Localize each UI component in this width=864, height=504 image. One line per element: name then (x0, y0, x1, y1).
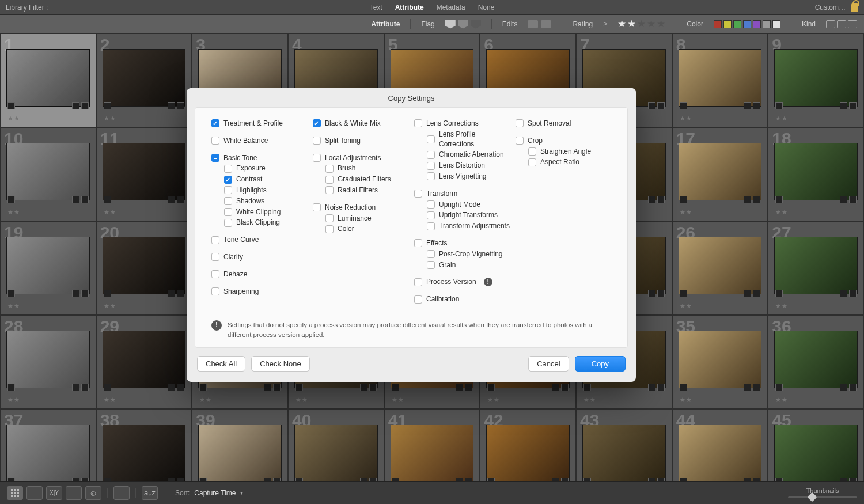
checkbox-black-clipping[interactable] (224, 219, 232, 227)
checkbox-label: Exposure (236, 164, 266, 173)
checkbox-label: White Clipping (236, 207, 281, 217)
check-none-button[interactable]: Check None (251, 356, 310, 372)
checkbox-label: Tone Curve (223, 235, 259, 245)
checkbox-upright-transforms[interactable] (427, 211, 435, 219)
checkbox-noise-reduction[interactable] (313, 203, 321, 211)
checkbox-label: Post-Crop Vignetting (439, 249, 503, 259)
checkbox-straighten-angle[interactable] (528, 147, 536, 156)
checkbox-basic-tone[interactable] (211, 154, 219, 162)
checkbox-tone-curve[interactable] (211, 236, 219, 244)
checkbox-label: Luminance (338, 214, 372, 223)
checkbox-white-clipping[interactable] (224, 208, 232, 216)
checkbox-brush[interactable] (325, 165, 334, 173)
checkbox-white-balance[interactable] (211, 137, 219, 145)
checkbox-process-version[interactable] (414, 278, 422, 286)
checkbox-label: Clarity (223, 252, 243, 262)
dialog-warning: ! Settings that do not specify a process… (211, 319, 611, 339)
warning-text: Settings that do not specify a process v… (228, 320, 611, 339)
warning-icon: ! (211, 320, 222, 331)
check-all-button[interactable]: Check All (197, 356, 245, 372)
checkbox-sharpening[interactable] (211, 287, 219, 295)
checkbox-contrast[interactable] (224, 176, 232, 184)
checkbox-label: Black & White Mix (325, 119, 381, 128)
checkbox-clarity[interactable] (211, 253, 219, 261)
checkbox-lens-profile-corrections[interactable] (427, 135, 435, 143)
checkbox-calibration[interactable] (414, 295, 422, 304)
checkbox-graduated-filters[interactable] (325, 176, 334, 184)
checkbox-label: Radial Filters (338, 185, 378, 195)
checkbox-label: Straighten Angle (540, 147, 591, 157)
checkbox-label: Grain (439, 260, 456, 270)
checkbox-label: Process Version (426, 277, 476, 287)
process-version-warning-icon: ! (484, 278, 492, 286)
checkbox-color[interactable] (325, 225, 334, 233)
checkbox-radial-filters[interactable] (325, 186, 334, 194)
checkbox-label: Brush (338, 164, 355, 173)
checkbox-label: Graduated Filters (338, 175, 391, 184)
checkbox-label: Dehaze (223, 270, 247, 279)
checkbox-spot-removal[interactable] (516, 119, 524, 127)
copy-settings-dialog: Copy Settings Treatment & ProfileWhite B… (187, 88, 636, 382)
checkbox-label: Color (338, 224, 354, 234)
copy-button[interactable]: Copy (575, 356, 626, 372)
checkbox-label: Upright Transforms (439, 210, 498, 220)
checkbox-label: Lens Distortion (439, 161, 485, 170)
checkbox-label: Sharpening (223, 287, 259, 297)
checkbox-dehaze[interactable] (211, 270, 219, 278)
checkbox-label: Shadows (236, 196, 264, 206)
checkbox-grain[interactable] (427, 261, 435, 269)
checkbox-label: Transform Adjustments (439, 221, 510, 231)
checkbox-exposure[interactable] (224, 165, 232, 173)
checkbox-lens-distortion[interactable] (427, 162, 435, 170)
checkbox-label: Lens Vignetting (439, 172, 487, 181)
dialog-title: Copy Settings (187, 88, 636, 107)
checkbox-label: Basic Tone (223, 153, 257, 163)
checkbox-crop[interactable] (516, 137, 524, 145)
checkbox-chromatic-aberration[interactable] (427, 151, 435, 159)
checkbox-label: Chromatic Aberration (439, 150, 504, 160)
checkbox-transform-adjustments[interactable] (427, 222, 435, 230)
checkbox-local-adjustments[interactable] (313, 154, 321, 162)
checkbox-lens-vignetting[interactable] (427, 172, 435, 180)
checkbox-label: Lens Corrections (426, 119, 479, 128)
cancel-button[interactable]: Cancel (528, 356, 569, 372)
checkbox-lens-corrections[interactable] (414, 119, 422, 127)
checkbox-effects[interactable] (414, 239, 422, 247)
checkbox-highlights[interactable] (224, 186, 232, 194)
checkbox-label: White Balance (223, 136, 268, 146)
checkbox-label: Noise Reduction (325, 203, 376, 213)
checkbox-transform[interactable] (414, 190, 422, 198)
checkbox-label: Treatment & Profile (223, 119, 283, 128)
checkbox-post-crop-vignetting[interactable] (427, 250, 435, 258)
checkbox-luminance[interactable] (325, 214, 334, 222)
checkbox-label: Effects (426, 238, 447, 248)
checkbox-shadows[interactable] (224, 197, 232, 205)
checkbox-label: Split Toning (325, 136, 361, 146)
checkbox-label: Lens Profile Corrections (439, 130, 510, 149)
checkbox-label: Highlights (236, 185, 267, 195)
checkbox-black-white-mix[interactable] (313, 119, 321, 127)
checkbox-label: Aspect Ratio (540, 157, 579, 167)
checkbox-label: Crop (528, 136, 543, 146)
checkbox-label: Calibration (426, 294, 459, 304)
checkbox-treatment-profile[interactable] (211, 119, 219, 127)
checkbox-aspect-ratio[interactable] (528, 158, 536, 166)
checkbox-upright-mode[interactable] (427, 200, 435, 209)
checkbox-label: Upright Mode (439, 200, 480, 210)
checkbox-label: Local Adjustments (325, 153, 381, 163)
checkbox-label: Contrast (236, 175, 262, 184)
checkbox-label: Spot Removal (528, 119, 571, 128)
modal-overlay: Copy Settings Treatment & ProfileWhite B… (0, 0, 864, 504)
checkbox-label: Transform (426, 189, 457, 199)
checkbox-label: Black Clipping (236, 218, 280, 228)
checkbox-split-toning[interactable] (313, 137, 321, 145)
